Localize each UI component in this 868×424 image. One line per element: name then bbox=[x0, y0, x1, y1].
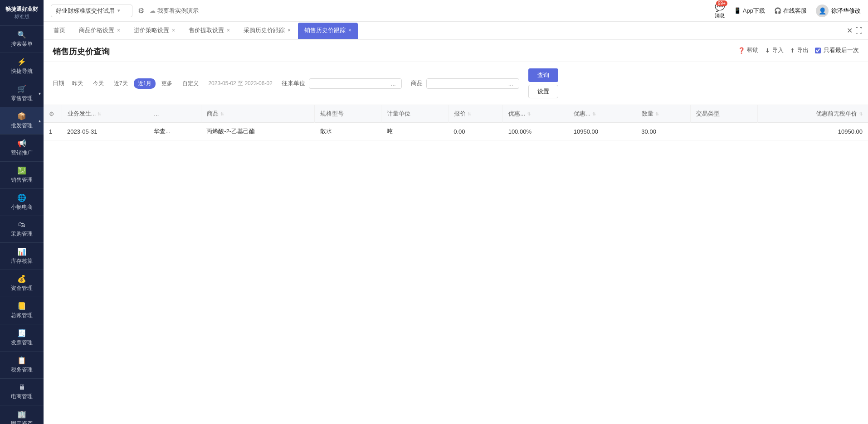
source-unit-more-icon[interactable]: ... bbox=[389, 80, 398, 87]
sidebar-item-purchase[interactable]: 🛍 采购管理 bbox=[0, 216, 44, 243]
column-settings-icon[interactable]: ⚙ bbox=[49, 111, 54, 117]
sidebar-item-wholesale[interactable]: 📦 批发管理 ▴ bbox=[0, 107, 44, 135]
app-download-icon: 📱 bbox=[734, 7, 741, 14]
sidebar-item-ecommerce[interactable]: 🖥 电商管理 bbox=[0, 379, 44, 405]
sidebar-item-ecommerce-small[interactable]: 🌐 小畅电商 bbox=[0, 189, 44, 216]
tab-product-price[interactable]: 商品价格设置 × bbox=[73, 23, 127, 39]
help-link[interactable]: ❓ 帮助 bbox=[738, 46, 759, 54]
sort-discount1-icon[interactable]: ⇅ bbox=[527, 111, 531, 116]
tabbar: 首页 商品价格设置 × 进价策略设置 × 售价提取设置 × 采购历史价跟踪 × … bbox=[44, 22, 868, 40]
tab-price-extract[interactable]: 售价提取设置 × bbox=[182, 23, 236, 39]
tab-cost-strategy[interactable]: 进价策略设置 × bbox=[127, 23, 181, 39]
date-range-text: 2023-05-02 至 2023-06-02 bbox=[208, 80, 272, 87]
sort-product-icon[interactable]: ⇅ bbox=[220, 111, 224, 116]
import-icon: ⬇ bbox=[765, 47, 770, 54]
sidebar-item-invoice[interactable]: 🧾 发票管理 bbox=[0, 324, 44, 352]
sidebar-tax-label: 税务管理 bbox=[11, 366, 33, 374]
date-today[interactable]: 今天 bbox=[89, 78, 108, 89]
finance-icon: 💰 bbox=[17, 275, 26, 283]
sidebar-item-retail[interactable]: 🛒 零售管理 ▾ bbox=[0, 80, 44, 107]
app-download-button[interactable]: 📱 App下载 bbox=[734, 7, 765, 15]
th-discount2: 优惠... ⇅ bbox=[568, 105, 636, 123]
sidebar-quicknav-label: 快捷导航 bbox=[11, 67, 33, 75]
marketing-icon: 📢 bbox=[17, 139, 26, 148]
product-filter-label: 商品 bbox=[411, 79, 423, 87]
sidebar-item-inventory[interactable]: 📊 库存核算 bbox=[0, 243, 44, 270]
sort-qty-icon[interactable]: ⇅ bbox=[655, 111, 659, 116]
topbar-gear-icon[interactable]: ⚙ bbox=[138, 6, 144, 15]
date-custom[interactable]: 自定义 bbox=[178, 78, 203, 89]
date-1month[interactable]: 近1月 bbox=[134, 78, 156, 89]
export-link[interactable]: ⬆ 导出 bbox=[790, 46, 809, 54]
sidebar-item-finance[interactable]: 💰 资金管理 bbox=[0, 270, 44, 297]
tab-purchase-history-label: 采购历史价跟踪 bbox=[244, 26, 285, 34]
th-unit: 计量单位 bbox=[381, 105, 448, 123]
assets-icon: 🏢 bbox=[17, 410, 26, 419]
td-discount2: 10950.00 bbox=[568, 123, 636, 140]
chevron-down-icon: ▾ bbox=[39, 91, 41, 96]
user-menu[interactable]: 👤 徐泽华修改 bbox=[816, 5, 861, 17]
sidebar-item-marketing[interactable]: 📢 营销推广 bbox=[0, 135, 44, 162]
settings-button[interactable]: 设置 bbox=[528, 85, 558, 98]
data-table: ⚙ 业务发生... ⇅ ... bbox=[44, 105, 868, 140]
sidebar-sales-label: 销售管理 bbox=[11, 176, 33, 184]
td-discount1: 100.00% bbox=[503, 123, 568, 140]
tab-product-price-close[interactable]: × bbox=[117, 27, 120, 34]
sort-tax-price-icon[interactable]: ⇅ bbox=[859, 111, 863, 116]
sidebar: 畅捷通好业财 标准版 🔍 搜索菜单 ⚡ 快捷导航 🛒 零售管理 ▾ 📦 批发管理… bbox=[0, 0, 44, 424]
date-yesterday[interactable]: 昨天 bbox=[68, 78, 87, 89]
sidebar-inventory-label: 库存核算 bbox=[11, 257, 33, 265]
sort-price-icon[interactable]: ⇅ bbox=[468, 111, 471, 116]
source-unit-input[interactable] bbox=[313, 80, 389, 87]
td-spec: 散水 bbox=[315, 123, 381, 140]
date-more[interactable]: 更多 bbox=[157, 78, 176, 89]
message-badge: 99+ bbox=[716, 0, 727, 6]
tab-purchase-history[interactable]: 采购历史价跟踪 × bbox=[237, 23, 297, 39]
only-last-input[interactable] bbox=[815, 48, 821, 53]
sort-discount2-icon[interactable]: ⇅ bbox=[592, 111, 596, 116]
message-button[interactable]: 💬 99+ 消息 bbox=[715, 2, 725, 19]
sidebar-wholesale-label: 批发管理 bbox=[11, 122, 33, 130]
tab-sales-history-close[interactable]: × bbox=[348, 27, 351, 34]
tab-purchase-history-close[interactable]: × bbox=[288, 27, 291, 34]
th-discount1-label: 优惠... bbox=[508, 110, 525, 118]
date-filter-label: 日期 bbox=[53, 79, 64, 87]
app-edition: 标准版 bbox=[15, 13, 29, 20]
td-trade-type bbox=[691, 123, 757, 140]
window-maximize-icon[interactable]: ⛶ bbox=[855, 27, 863, 35]
th-qty-label: 数量 bbox=[642, 110, 653, 118]
sidebar-item-quicknav[interactable]: ⚡ 快捷导航 bbox=[0, 53, 44, 80]
date-filter-group: 日期 昨天 今天 近7天 近1月 更多 自定义 2023-05-02 至 202… bbox=[53, 78, 273, 89]
sidebar-finance-label: 资金管理 bbox=[11, 284, 33, 292]
service-button[interactable]: 🎧 在线客服 bbox=[774, 7, 807, 15]
sidebar-item-ledger[interactable]: 📒 总账管理 bbox=[0, 297, 44, 324]
date-7days[interactable]: 近7天 bbox=[110, 78, 132, 89]
tab-cost-strategy-close[interactable]: × bbox=[172, 27, 175, 34]
demo-button[interactable]: ☁ 我要看实例演示 bbox=[150, 7, 199, 15]
product-input[interactable] bbox=[430, 80, 507, 87]
product-selector[interactable]: 好业财标准版交付试用 ▾ bbox=[51, 5, 132, 17]
tab-price-extract-label: 售价提取设置 bbox=[189, 26, 224, 34]
sidebar-item-search[interactable]: 🔍 搜索菜单 bbox=[0, 26, 44, 53]
product-chevron-icon: ▾ bbox=[117, 8, 120, 14]
th-spec-label: 规格型号 bbox=[320, 110, 344, 118]
product-more-icon[interactable]: ... bbox=[507, 80, 515, 87]
invoice-icon: 🧾 bbox=[17, 329, 26, 337]
main-area: 好业财标准版交付试用 ▾ ⚙ ☁ 我要看实例演示 💬 99+ 消息 📱 App下… bbox=[44, 0, 868, 424]
sidebar-item-assets[interactable]: 🏢 固定资产 bbox=[0, 405, 44, 424]
query-button[interactable]: 查询 bbox=[528, 68, 558, 82]
product-input-wrap: ... bbox=[426, 78, 519, 89]
ecommerce-icon: 🖥 bbox=[18, 383, 25, 391]
tab-price-extract-close[interactable]: × bbox=[227, 27, 230, 34]
sidebar-item-sales[interactable]: 💹 销售管理 bbox=[0, 162, 44, 189]
tab-sales-history[interactable]: 销售历史价跟踪 × bbox=[298, 23, 358, 39]
window-close-icon[interactable]: ✕ bbox=[847, 26, 853, 35]
import-link[interactable]: ⬇ 导入 bbox=[765, 46, 784, 54]
content-area: 销售历史价查询 ❓ 帮助 ⬇ 导入 ⬆ 导出 只看最后一次 bbox=[44, 40, 868, 424]
export-icon: ⬆ bbox=[790, 47, 795, 54]
only-last-checkbox[interactable]: 只看最后一次 bbox=[815, 46, 859, 54]
sort-biz-date-icon[interactable]: ⇅ bbox=[98, 111, 101, 116]
sidebar-marketing-label: 营销推广 bbox=[11, 149, 33, 157]
sidebar-item-tax[interactable]: 📋 税务管理 bbox=[0, 352, 44, 379]
tab-home[interactable]: 首页 bbox=[47, 23, 72, 39]
